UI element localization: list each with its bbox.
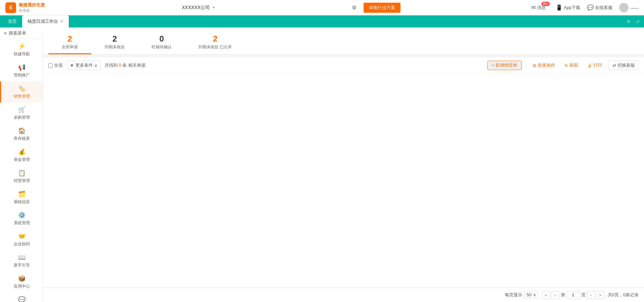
app-download-label: App下载: [564, 5, 580, 11]
sales-icon: 🏷️: [18, 85, 25, 92]
chevron-icon: ∨: [94, 63, 98, 68]
toolbar-left: 全选 ▼ 更多条件 ∨ 共找到 0 条 相关单据: [48, 61, 146, 70]
tab-home[interactable]: 首页: [3, 15, 22, 27]
sidebar-item-label: 库存核算: [14, 136, 30, 141]
sidebar-item-label: 新手引导: [14, 262, 30, 268]
stat-tab-overdue-num: 2: [112, 34, 117, 44]
stat-tab-all-label: 全部单据: [62, 44, 78, 50]
page-suffix: 页: [581, 292, 586, 298]
user-avatar-area[interactable]: ▬▬: [619, 3, 639, 12]
print-button[interactable]: 🖨 打印: [585, 61, 605, 70]
sidebar-item-label: 采购管理: [14, 115, 30, 120]
tab-bar-actions: ✕ ⤢: [625, 17, 641, 25]
batch-operation-button[interactable]: ⊞ 批量操作: [530, 61, 558, 70]
first-page-button[interactable]: «: [542, 291, 550, 299]
marketing-icon: 📢: [18, 64, 25, 71]
stat-tab-pending-num: 0: [159, 34, 164, 44]
tab-maximize-icon[interactable]: ⤢: [635, 17, 641, 25]
stat-tab-overdue-out-num: 2: [213, 34, 217, 44]
next-page-button[interactable]: ›: [587, 291, 595, 299]
page-size-dropdown[interactable]: 50 ∨: [524, 291, 538, 298]
sidebar-item-marketing[interactable]: 📢 营销推广: [0, 60, 43, 81]
sidebar-item-sales[interactable]: 🏷️ 销售管理: [0, 81, 43, 103]
batch-icon: ⊞: [533, 63, 536, 68]
table-area: [43, 74, 644, 287]
search-icon: ≡: [4, 31, 7, 36]
switch-label: 切换新版: [618, 62, 635, 68]
top-header: 6 畅捷通好生意 标准版 XXXXXX公司 ▼ ⚙ 体验行业方案 ✉ 消息 99…: [0, 0, 644, 15]
sidebar-item-quick-nav[interactable]: ⚡ 快捷导航: [0, 39, 43, 60]
filter-button[interactable]: ▼ 更多条件 ∨: [67, 61, 101, 70]
found-suffix: 相关单据: [128, 63, 146, 68]
service-icon: 💬: [587, 4, 594, 11]
sidebar: ≡ 搜索菜单 ⚡ 快捷导航 📢 营销推广 🏷️ 销售管理 🛒 采购管理 🏠 库存…: [0, 27, 43, 302]
stat-tab-all[interactable]: 2 全部单据: [48, 32, 91, 54]
prev-page-button[interactable]: ‹: [551, 291, 559, 299]
chevron-down-icon: ▼: [212, 6, 215, 9]
add-sales-order-button[interactable]: + 新增销货单: [487, 61, 522, 70]
select-all-checkbox[interactable]: 全选: [48, 62, 63, 68]
stat-tab-overdue-out[interactable]: 2 到期未收款 已出库: [185, 32, 245, 54]
sidebar-item-label: 系统管理: [14, 220, 30, 226]
stat-tab-overdue[interactable]: 2 到期未收款: [91, 32, 138, 54]
user-name-placeholder: ▬▬: [631, 5, 639, 10]
stat-tab-pending[interactable]: 0 旺辅待确认: [138, 32, 185, 54]
refresh-label: 刷新: [570, 62, 578, 68]
tab-minimize-icon[interactable]: ✕: [625, 17, 632, 25]
toolbar-divider: [526, 63, 526, 68]
app-center-icon: 📦: [18, 275, 25, 282]
print-label: 打印: [593, 62, 602, 68]
sidebar-item-label: 企业协同: [14, 241, 30, 247]
search-menu-button[interactable]: ≡ 搜索菜单: [0, 27, 43, 39]
page-number-input[interactable]: [567, 291, 580, 299]
refresh-icon: ↻: [565, 63, 568, 68]
select-all-input[interactable]: [48, 63, 53, 68]
page-label: 第: [561, 292, 565, 298]
messages-badge: 99+: [541, 2, 550, 6]
batch-label: 批量操作: [538, 62, 555, 68]
tab-close-icon[interactable]: ✕: [60, 19, 63, 24]
stats-tabs: 2 全部单据 2 到期未收款 0 旺辅待确认 2 到期未收款 已出库: [43, 27, 644, 55]
sidebar-item-guide[interactable]: 📖 新手引导: [0, 250, 43, 271]
quick-nav-icon: ⚡: [18, 43, 25, 50]
toolbar: 全选 ▼ 更多条件 ∨ 共找到 0 条 相关单据 + 新增销货单 ⊞: [43, 57, 644, 74]
app-download-button[interactable]: 📱 App下载: [556, 4, 580, 11]
sidebar-item-label: 营销推广: [14, 72, 30, 78]
filter-label: 更多条件: [75, 62, 93, 68]
refresh-button[interactable]: ↻ 刷新: [562, 61, 581, 70]
switch-icon: ⇄: [612, 63, 616, 68]
sidebar-item-wechat[interactable]: 💬 企业微信: [0, 293, 43, 302]
tab-home-label: 首页: [8, 18, 17, 24]
sidebar-item-system[interactable]: ⚙️ 系统管理: [0, 208, 43, 229]
sidebar-item-cooperation[interactable]: 🤝 企业协同: [0, 229, 43, 250]
found-info: 共找到 0 条 相关单据: [105, 62, 146, 68]
basic-info-icon: 🗂️: [18, 190, 25, 198]
trial-button[interactable]: 体验行业方案: [364, 3, 400, 13]
settings-button[interactable]: ⚙: [349, 2, 360, 13]
messages-button[interactable]: ✉ 消息 99+: [531, 4, 546, 11]
sidebar-item-operations[interactable]: 📋 经营管理: [0, 166, 43, 187]
sidebar-item-label: 经营管理: [14, 178, 30, 184]
sidebar-item-label: 销售管理: [14, 94, 30, 99]
message-icon: ✉: [531, 4, 536, 11]
sidebar-item-basic-info[interactable]: 🗂️ 基础信息: [0, 187, 43, 208]
cooperation-icon: 🤝: [18, 233, 25, 240]
online-service-button[interactable]: 💬 在线客服: [587, 4, 612, 11]
pagination-bar: 每页显示 50 ∨ « ‹ 第 页 › » 共0页，0条记录: [43, 287, 644, 302]
sidebar-item-inventory[interactable]: 🏠 库存核算: [0, 124, 43, 145]
purchase-icon: 🛒: [18, 106, 25, 113]
main-layout: ≡ 搜索菜单 ⚡ 快捷导航 📢 营销推广 🏷️ 销售管理 🛒 采购管理 🏠 库存…: [0, 27, 644, 302]
sidebar-item-purchase[interactable]: 🛒 采购管理: [0, 103, 43, 124]
switch-version-button[interactable]: ⇄ 切换新版: [609, 61, 639, 70]
page-size-value: 50: [527, 292, 531, 297]
sidebar-item-finance[interactable]: 💰 资金管理: [0, 145, 43, 166]
tab-workbench[interactable]: 钱货日清工作台 ✕: [22, 15, 69, 27]
last-page-button[interactable]: »: [596, 291, 604, 299]
online-service-label: 在线客服: [595, 5, 612, 11]
sidebar-item-app-center[interactable]: 📦 应用中心: [0, 271, 43, 293]
company-selector[interactable]: XXXXXX公司 ▼: [179, 3, 218, 12]
logo-area: 6 畅捷通好生意 标准版: [5, 2, 48, 13]
found-count: 0: [119, 63, 121, 68]
logo-text: 畅捷通好生意 标准版: [19, 2, 45, 13]
guide-icon: 📖: [18, 254, 25, 261]
